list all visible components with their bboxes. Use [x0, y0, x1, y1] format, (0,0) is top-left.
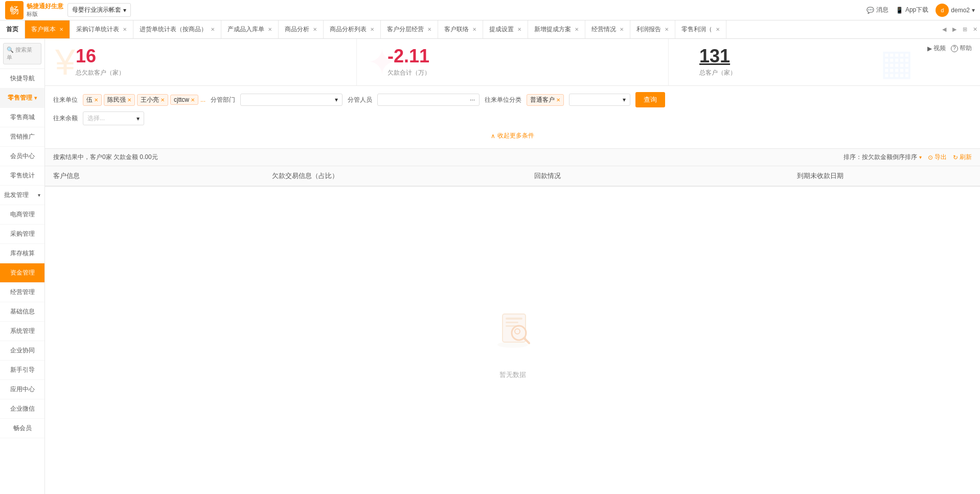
- sidebar-item-finance[interactable]: 资金管理: [0, 263, 44, 283]
- filter-unit-label: 往来单位: [53, 96, 78, 104]
- results-actions: 排序：按欠款金额倒序排序 ▾ ⊙ 导出 ↻ 刷新: [844, 153, 972, 162]
- tab-profit-report[interactable]: 利润报告 ✕: [630, 20, 675, 38]
- tab-home[interactable]: 首页: [0, 20, 25, 38]
- close-tab-icon[interactable]: ✕: [268, 27, 272, 32]
- help-icon: ?: [951, 45, 958, 52]
- th-debt-info: 欠款交易信息（占比）: [272, 171, 534, 181]
- filter-tag-normal-customer: 普通客户 ✕: [527, 94, 564, 106]
- nav-next-button[interactable]: ▶: [949, 20, 960, 39]
- tab-stock-by-product[interactable]: 进货单统计表（按商品） ✕: [133, 20, 221, 38]
- tab-goods-analysis-list[interactable]: 商品分析列表 ✕: [324, 20, 381, 38]
- sidebar-item-wechat[interactable]: 企业微信: [0, 399, 44, 419]
- close-tab-icon[interactable]: ✕: [620, 27, 624, 32]
- close-tab-icon[interactable]: ✕: [665, 27, 669, 32]
- close-tab-icon[interactable]: ✕: [472, 27, 476, 32]
- sidebar-item-quick-nav[interactable]: 快捷导航: [0, 69, 44, 88]
- sidebar-item-retail-stats[interactable]: 零售统计: [0, 166, 44, 186]
- tab-purchase-order[interactable]: 采购订单统计表 ✕: [70, 20, 133, 38]
- filter-tag-cjttcw: cjttcw ✕: [170, 95, 198, 105]
- tab-commission-settings[interactable]: 提成设置 ✕: [483, 20, 528, 38]
- tab-customer-book[interactable]: 客户账本 ✕: [25, 20, 70, 38]
- sidebar-item-procurement[interactable]: 采购管理: [0, 224, 44, 244]
- export-button[interactable]: ⊙ 导出: [928, 153, 947, 162]
- close-tab-icon[interactable]: ✕: [427, 27, 431, 32]
- sort-selector[interactable]: 排序：按欠款金额倒序排序 ▾: [844, 153, 922, 162]
- sidebar-item-basic-info[interactable]: 基础信息: [0, 302, 44, 322]
- user-menu[interactable]: d demo2 ▾: [936, 4, 975, 17]
- refresh-button[interactable]: ↻ 刷新: [953, 153, 972, 162]
- demo-selector[interactable]: 母婴行业演示帐套 ▾: [67, 3, 131, 17]
- nav-close-button[interactable]: ✕: [970, 20, 980, 39]
- chevron-down-icon: ▾: [972, 7, 975, 14]
- tab-operations[interactable]: 经营情况 ✕: [585, 20, 630, 38]
- remove-tag-normal[interactable]: ✕: [556, 97, 560, 103]
- close-tab-icon[interactable]: ✕: [517, 27, 521, 32]
- results-bar: 搜索结果中，客户0家 欠款金额 0.00元 排序：按欠款金额倒序排序 ▾ ⊙ 导…: [45, 149, 980, 166]
- close-tab-icon[interactable]: ✕: [716, 27, 720, 32]
- svg-rect-3: [506, 322, 518, 323]
- app-download-button[interactable]: 📱 App下载: [896, 6, 928, 14]
- sidebar-item-newbie[interactable]: 新手引导: [0, 361, 44, 380]
- filter-balance-label: 往来余额: [53, 114, 78, 123]
- close-tab-icon[interactable]: ✕: [575, 27, 579, 32]
- app-icon: 📱: [896, 7, 903, 14]
- remove-tag-chen[interactable]: ✕: [127, 97, 131, 103]
- tab-finished-goods[interactable]: 产成品入库单 ✕: [221, 20, 279, 38]
- remove-tag-cjttcw[interactable]: ✕: [191, 97, 195, 103]
- close-tab-icon[interactable]: ✕: [211, 27, 215, 32]
- tab-goods-analysis[interactable]: 商品分析 ✕: [279, 20, 324, 38]
- remove-tag-wang[interactable]: ✕: [161, 97, 165, 103]
- filter-row-1: 往来单位 伍 ✕ 陈民强 ✕ 王小亮 ✕ cjttcw: [53, 92, 972, 107]
- sidebar-item-retail[interactable]: 零售管理 ▾: [0, 88, 44, 108]
- sidebar-item-marketing[interactable]: 营销推广: [0, 127, 44, 147]
- nav-expand-button[interactable]: ⊞: [960, 20, 970, 39]
- sidebar-item-member-center[interactable]: 会员中心: [0, 147, 44, 166]
- sidebar-item-member[interactable]: 畅会员: [0, 419, 44, 438]
- filter-balance-select[interactable]: 选择... ▾: [83, 111, 144, 125]
- th-repay-info: 回款情况: [534, 171, 796, 181]
- filter-person-label: 分管人员: [348, 96, 372, 104]
- filter-category-select[interactable]: ▾: [569, 94, 630, 106]
- help-button[interactable]: ? 帮助: [951, 44, 972, 53]
- filter-tag-wang: 王小亮 ✕: [137, 94, 168, 106]
- sidebar-item-wholesale[interactable]: 批发管理 ▾: [0, 186, 44, 205]
- chevron-down-icon: ▾: [623, 96, 626, 103]
- sidebar: 🔍 搜索菜单 快捷导航 零售管理 ▾ 零售商城 营销推广 会员中心 零售统计 批…: [0, 39, 45, 494]
- tab-customer-contact[interactable]: 客户联络 ✕: [438, 20, 483, 38]
- logo-area: 畅 畅捷通好生意 标版: [5, 1, 63, 19]
- tab-retail-profit[interactable]: 零售利润（ ✕: [675, 20, 726, 38]
- tab-new-commission[interactable]: 新增提成方案 ✕: [528, 20, 585, 38]
- sidebar-item-system[interactable]: 系统管理: [0, 322, 44, 341]
- sort-arrow-icon: ▾: [919, 154, 922, 160]
- collapse-button[interactable]: ∧ 收起更多条件: [53, 129, 972, 142]
- sidebar-item-operations[interactable]: 经营管理: [0, 283, 44, 302]
- sidebar-item-inventory[interactable]: 库存核算: [0, 244, 44, 263]
- nav-prev-button[interactable]: ◀: [939, 20, 949, 39]
- search-menu-button[interactable]: 🔍 搜索菜单: [3, 43, 41, 64]
- message-button[interactable]: 💬 消息: [867, 6, 888, 14]
- stat-total-clients: ▦ 131 总客户（家） ▶ 视频 ? 帮助: [669, 39, 980, 85]
- sidebar-item-ecommerce[interactable]: 电商管理: [0, 205, 44, 224]
- close-tab-icon[interactable]: ✕: [123, 27, 127, 32]
- logo-text: 畅捷通好生意 标版: [27, 3, 63, 18]
- th-date-info: 到期未收款日期: [797, 171, 972, 181]
- filter-dept-select[interactable]: ▾: [240, 94, 343, 106]
- sidebar-item-enterprise[interactable]: 企业协同: [0, 341, 44, 361]
- filter-person-select[interactable]: ···: [377, 94, 480, 106]
- sidebar-item-app-center[interactable]: 应用中心: [0, 380, 44, 399]
- filter-row-2: 往来余额 选择... ▾: [53, 111, 972, 125]
- query-button[interactable]: 查询: [635, 92, 665, 107]
- close-tab-icon[interactable]: ✕: [313, 27, 317, 32]
- filter-more-button[interactable]: ...: [200, 96, 206, 103]
- remove-tag-wu[interactable]: ✕: [94, 97, 98, 103]
- filter-area: 往来单位 伍 ✕ 陈民强 ✕ 王小亮 ✕ cjttcw: [45, 86, 980, 149]
- tab-customer-segment[interactable]: 客户分层经营 ✕: [381, 20, 438, 38]
- sidebar-search-area: 🔍 搜索菜单: [0, 39, 44, 69]
- close-tab-icon[interactable]: ✕: [370, 27, 374, 32]
- sidebar-item-retail-mall[interactable]: 零售商城: [0, 108, 44, 127]
- top-bar-left: 畅 畅捷通好生意 标版 母婴行业演示帐套 ▾: [5, 1, 131, 19]
- content-area: ¥ 16 总欠款客户（家） ✦ -2.11 欠款合计（万） ▦ 131 总客户（…: [45, 39, 980, 494]
- close-tab-icon[interactable]: ✕: [59, 27, 63, 32]
- stats-row: ¥ 16 总欠款客户（家） ✦ -2.11 欠款合计（万） ▦ 131 总客户（…: [45, 39, 980, 86]
- video-button[interactable]: ▶ 视频: [927, 44, 946, 53]
